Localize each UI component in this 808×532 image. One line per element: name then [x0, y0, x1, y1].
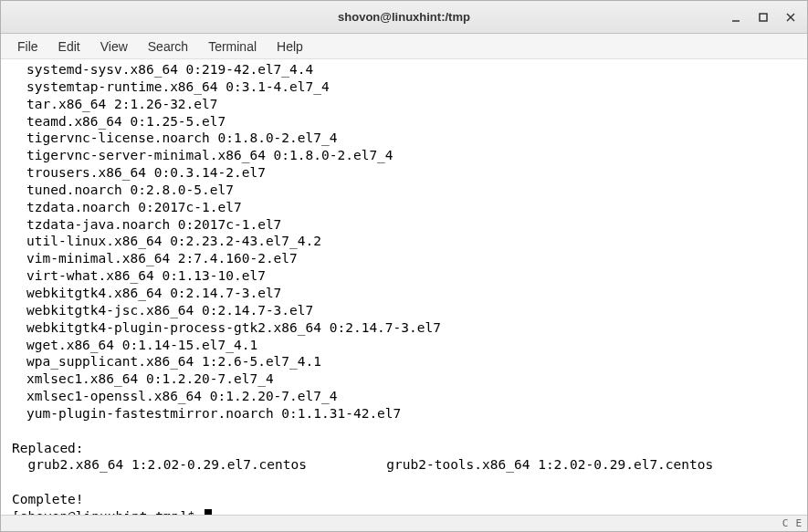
terminal-output[interactable]: systemd-sysv.x86_64 0:219-42.el7_4.4syst…: [1, 59, 807, 515]
maximize-icon: [758, 12, 769, 23]
package-line: wpa_supplicant.x86_64 1:2.6-5.el7_4.1: [12, 353, 803, 370]
menu-terminal[interactable]: Terminal: [199, 36, 266, 57]
complete-line: Complete!: [12, 492, 84, 506]
package-line: systemtap-runtime.x86_64 0:3.1-4.el7_4: [12, 78, 803, 96]
terminal-window: shovon@linuxhint:/tmp File Edit View Sea…: [0, 0, 808, 532]
cursor-icon: [205, 509, 212, 515]
package-line: wget.x86_64 0:1.14-15.el7_4.1: [12, 337, 803, 354]
shell-prompt: [shovon@linuxhint tmp]$: [12, 509, 204, 515]
package-line: webkitgtk4-plugin-process-gtk2.x86_64 0:…: [12, 319, 803, 337]
package-line: tigervnc-license.noarch 0:1.8.0-2.el7_4: [12, 130, 803, 147]
menu-search[interactable]: Search: [139, 36, 197, 57]
package-line: tzdata.noarch 0:2017c-1.el7: [12, 199, 803, 216]
package-line: xmlsec1-openssl.x86_64 0:1.2.20-7.el7_4: [12, 388, 803, 405]
replaced-line: grub2.x86_64 1:2.02-0.29.el7.centos grub…: [12, 457, 713, 472]
package-line: tzdata-java.noarch 0:2017c-1.el7: [12, 216, 803, 234]
package-line: trousers.x86_64 0:0.3.14-2.el7: [12, 164, 803, 182]
package-line: xmlsec1.x86_64 0:1.2.20-7.el7_4: [12, 370, 803, 388]
maximize-button[interactable]: [750, 6, 776, 28]
svg-rect-1: [760, 14, 767, 21]
menu-view[interactable]: View: [91, 36, 137, 57]
minimize-icon: [730, 12, 741, 23]
status-indicator-e: E: [795, 517, 802, 529]
window-title: shovon@linuxhint:/tmp: [338, 10, 470, 24]
titlebar: shovon@linuxhint:/tmp: [1, 1, 807, 34]
statusbar: C E: [1, 515, 807, 531]
replaced-header: Replaced:: [12, 441, 84, 455]
menu-file[interactable]: File: [8, 36, 47, 57]
package-line: util-linux.x86_64 0:2.23.2-43.el7_4.2: [12, 233, 803, 250]
package-line: teamd.x86_64 0:1.25-5.el7: [12, 113, 803, 130]
window-controls: [723, 1, 803, 33]
minimize-button[interactable]: [723, 6, 749, 28]
package-line: systemd-sysv.x86_64 0:219-42.el7_4.4: [12, 61, 803, 78]
package-line: tuned.noarch 0:2.8.0-5.el7: [12, 182, 803, 199]
package-line: vim-minimal.x86_64 2:7.4.160-2.el7: [12, 250, 803, 267]
package-line: yum-plugin-fastestmirror.noarch 0:1.1.31…: [12, 405, 803, 422]
package-line: tigervnc-server-minimal.x86_64 0:1.8.0-2…: [12, 147, 803, 164]
close-button[interactable]: [778, 6, 803, 28]
close-icon: [785, 12, 796, 23]
menu-help[interactable]: Help: [268, 36, 312, 57]
package-line: webkitgtk4-jsc.x86_64 0:2.14.7-3.el7: [12, 302, 803, 319]
menubar: File Edit View Search Terminal Help: [1, 34, 807, 59]
menu-edit[interactable]: Edit: [49, 36, 89, 57]
package-line: tar.x86_64 2:1.26-32.el7: [12, 96, 803, 113]
status-indicator-c: C: [782, 517, 789, 529]
package-line: virt-what.x86_64 0:1.13-10.el7: [12, 267, 803, 285]
package-line: webkitgtk4.x86_64 0:2.14.7-3.el7: [12, 285, 803, 302]
